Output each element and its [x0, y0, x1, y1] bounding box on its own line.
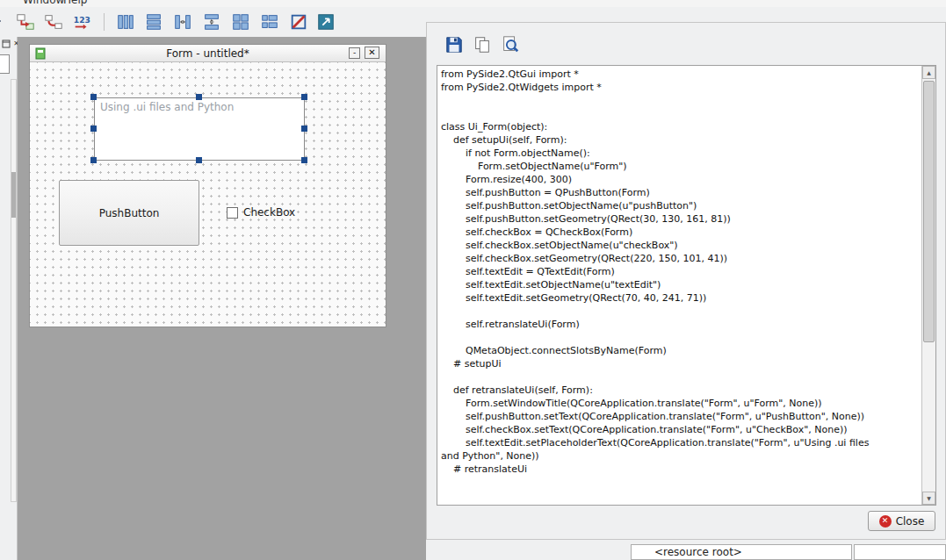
- scroll-down-icon[interactable]: ▼: [922, 492, 935, 505]
- layout-horizontal-icon[interactable]: [114, 11, 137, 33]
- layout-grid-icon[interactable]: [229, 11, 252, 33]
- code-line: self.checkBox.setText(QCoreApplication.t…: [441, 423, 921, 436]
- checkbox-indicator[interactable]: [227, 207, 238, 219]
- code-line: QMetaObject.connectSlotsByName(Form): [441, 344, 921, 357]
- selection-handle[interactable]: [301, 126, 307, 132]
- textedit-widget[interactable]: Using .ui files and Python: [94, 97, 305, 161]
- code-line: self.checkBox.setGeometry(QRect(220, 150…: [441, 252, 921, 265]
- vertical-scrollbar[interactable]: ▲ ▼: [921, 66, 935, 505]
- code-preview-dialog: from PySide2.QtGui import *from PySide2.…: [426, 22, 946, 540]
- code-line: self.checkBox = QCheckBox(Form): [441, 226, 921, 239]
- scrollbar-thumb[interactable]: [923, 81, 935, 342]
- code-line: self.textEdit.setObjectName(u"textEdit"): [441, 278, 921, 291]
- mdi-workspace: Form - untitled* - ✕ Using .ui files and…: [18, 37, 426, 560]
- break-layout-icon[interactable]: [287, 11, 310, 33]
- widget-filter-input[interactable]: [0, 54, 10, 74]
- dock-float-icon[interactable]: [1, 39, 11, 48]
- svg-text:123: 123: [74, 15, 90, 25]
- code-line: self.pushButton.setText(QCoreApplication…: [441, 410, 921, 423]
- widget-box-scrollbar[interactable]: [11, 79, 17, 502]
- checkbox-label: CheckBox: [243, 206, 295, 219]
- adjust-size-icon[interactable]: [314, 11, 337, 33]
- code-line: self.retranslateUi(Form): [441, 318, 921, 331]
- edit-signals-slots-icon[interactable]: [14, 11, 37, 33]
- resource-root-item[interactable]: <resource root>: [631, 544, 852, 560]
- layout-vertical-icon[interactable]: [142, 11, 165, 33]
- code-line: self.textEdit = QTextEdit(Form): [441, 265, 921, 278]
- close-window-button[interactable]: ✕: [365, 47, 379, 59]
- code-line: # setupUi: [441, 357, 921, 370]
- selection-handle[interactable]: [90, 126, 97, 132]
- code-line: [441, 94, 921, 107]
- close-button[interactable]: ✕ Close: [868, 511, 935, 531]
- code-line: self.checkBox.setObjectName(u"checkBox"): [441, 239, 921, 252]
- code-line: and Python", None)): [441, 449, 921, 463]
- code-line: self.pushButton.setObjectName(u"pushButt…: [441, 199, 921, 212]
- selection-handle[interactable]: [196, 157, 202, 163]
- code-text[interactable]: from PySide2.QtGui import *from PySide2.…: [437, 66, 921, 505]
- code-line: from PySide2.QtWidgets import *: [441, 81, 921, 94]
- minimize-button[interactable]: -: [349, 47, 360, 59]
- toolbar-separator: [104, 13, 105, 31]
- code-line: self.pushButton.setGeometry(QRect(30, 13…: [441, 212, 921, 226]
- menubar: Window Help: [0, 0, 946, 7]
- selection-handle[interactable]: [90, 94, 97, 100]
- scroll-up-icon[interactable]: ▲: [922, 66, 935, 79]
- code-line: Form.setObjectName(u"Form"): [441, 160, 921, 173]
- menu-window[interactable]: Window: [23, 0, 64, 6]
- code-line: self.textEdit.setGeometry(QRect(70, 40, …: [441, 291, 921, 305]
- code-line: # retranslateUi: [441, 463, 921, 476]
- save-icon[interactable]: [443, 33, 466, 56]
- form-titlebar[interactable]: Form - untitled* - ✕: [30, 45, 386, 62]
- scrollbar-thumb[interactable]: [11, 172, 16, 218]
- code-line: Form.setWindowTitle(QCoreApplication.tra…: [441, 397, 921, 410]
- code-line: def retranslateUi(self, Form):: [441, 384, 921, 397]
- code-line: [441, 107, 921, 120]
- selection-handle[interactable]: [301, 94, 307, 100]
- form-window-title: Form - untitled*: [30, 45, 386, 62]
- edit-widgets-icon[interactable]: [0, 11, 9, 33]
- layout-horizontal-splitter-icon[interactable]: [171, 11, 194, 33]
- checkbox-widget[interactable]: CheckBox: [227, 205, 295, 219]
- code-line: [441, 331, 921, 344]
- menu-help[interactable]: Help: [63, 0, 87, 6]
- code-editor[interactable]: from PySide2.QtGui import *from PySide2.…: [437, 65, 936, 506]
- edit-tab-order-icon[interactable]: 123: [70, 11, 93, 33]
- code-line: self.textEdit.setPlaceholderText(QCoreAp…: [441, 436, 921, 449]
- form-canvas[interactable]: Using .ui files and Python PushButton Ch…: [30, 62, 386, 327]
- code-line: from PySide2.QtGui import *: [441, 68, 921, 81]
- close-button-label: Close: [896, 515, 925, 528]
- textedit-placeholder: Using .ui files and Python: [100, 101, 234, 113]
- pushbutton-widget[interactable]: PushButton: [59, 180, 199, 246]
- selection-handle[interactable]: [301, 157, 307, 163]
- selection-handle[interactable]: [196, 94, 202, 100]
- selection-handle[interactable]: [90, 157, 97, 163]
- copy-icon[interactable]: [471, 33, 494, 56]
- code-line: [441, 305, 921, 318]
- code-line: if not Form.objectName():: [441, 147, 921, 160]
- widget-box-panel: ✕: [0, 37, 18, 560]
- layout-form-icon[interactable]: [258, 11, 281, 33]
- code-line: [441, 370, 921, 384]
- layout-vertical-splitter-icon[interactable]: [200, 11, 223, 33]
- resource-panel-fragment: [854, 544, 946, 560]
- code-line: def setupUi(self, Form):: [441, 133, 921, 147]
- close-icon: ✕: [879, 515, 892, 528]
- edit-buddies-icon[interactable]: [42, 11, 65, 33]
- qt-designer-window: Window Help 123: [0, 0, 946, 560]
- code-line: class Ui_Form(object):: [441, 120, 921, 133]
- form-editor-window: Form - untitled* - ✕ Using .ui files and…: [29, 44, 386, 327]
- code-line: self.pushButton = QPushButton(Form): [441, 186, 921, 199]
- find-icon[interactable]: [499, 33, 522, 56]
- code-line: Form.resize(400, 300): [441, 173, 921, 186]
